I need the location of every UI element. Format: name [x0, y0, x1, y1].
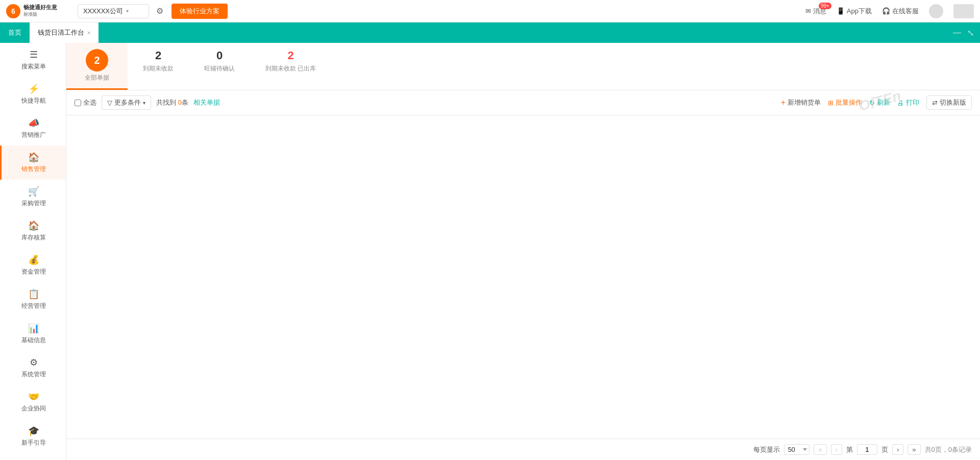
plus-icon: +: [781, 98, 786, 107]
stat-tab-all[interactable]: 2 全部单据: [66, 43, 128, 90]
switch-icon: ⇄: [932, 99, 938, 107]
search-menu-icon: ☰: [30, 49, 38, 60]
stat-tab-overdue-unpaid[interactable]: 2 到期未收款: [128, 43, 189, 90]
table-area: [66, 115, 980, 439]
stat-tab-wangpu-pending[interactable]: 0 旺辅待确认: [189, 43, 250, 90]
related-bills-link[interactable]: 相关单据: [193, 98, 220, 107]
new-sale-bill-btn[interactable]: + 新增销货单: [781, 98, 821, 107]
batch-ops-icon: ⊞: [828, 99, 834, 107]
sidebar-label-basic-info: 基础信息: [21, 336, 46, 345]
sidebar-item-operations[interactable]: 📋 经营管理: [0, 282, 66, 317]
per-page-select[interactable]: 50 20 100: [784, 444, 810, 455]
header-right: ✉ 消息 99+ 📱 App下载 🎧 在线客服: [805, 4, 974, 18]
logo: 6 畅捷通好生意 标准版: [6, 4, 72, 18]
system-icon: ⚙: [30, 357, 38, 368]
refresh-label: 刷新: [877, 98, 890, 107]
select-all-checkbox[interactable]: [75, 100, 81, 106]
sidebar-item-system[interactable]: ⚙ 系统管理: [0, 351, 66, 385]
main-layout: ☰ 搜索菜单 ⚡ 快捷导航 📣 营销推广 🏠 销售管理 🛒 采购管理 🏠 库存核…: [0, 43, 980, 460]
sidebar: ☰ 搜索菜单 ⚡ 快捷导航 📣 营销推广 🏠 销售管理 🛒 采购管理 🏠 库存核…: [0, 43, 66, 460]
tab-money-goods[interactable]: 钱货日清工作台 ×: [30, 22, 99, 43]
stats-bar: 2 全部单据 2 到期未收款 0 旺辅待确认 2 到期未收款 已出库: [66, 43, 980, 90]
toolbar-left: 全选 ▽ 更多条件 ▾ 共找到 0条 相关单据: [75, 95, 220, 110]
messages-badge: 99+: [819, 3, 831, 9]
found-text: 共找到 0条: [156, 98, 188, 107]
more-filters-btn[interactable]: ▽ 更多条件 ▾: [102, 95, 151, 110]
pagination-bar: 每页显示 50 20 100 « ‹ 第 页 › » 共0页，0条记录: [66, 439, 980, 460]
settings-icon[interactable]: ⚙: [154, 4, 165, 18]
sidebar-item-newbie-guide[interactable]: 🎓 新手引导: [0, 419, 66, 453]
company-name: XXXXXX公司: [83, 7, 123, 16]
sidebar-item-capital[interactable]: 💰 资金管理: [0, 248, 66, 282]
purchase-icon: 🛒: [28, 186, 39, 197]
toolbar: 全选 ▽ 更多条件 ▾ 共找到 0条 相关单据 + 新增销货单 ⊞: [66, 90, 980, 115]
sidebar-label-quick-nav: 快捷导航: [21, 96, 46, 105]
logo-text-block: 畅捷通好生意 标准版: [23, 4, 57, 17]
refresh-icon: ↻: [869, 99, 875, 107]
stat-tab-overdue-unshipped[interactable]: 2 到期未收款 已出库: [250, 43, 331, 90]
found-count: 0: [178, 99, 182, 106]
page-input[interactable]: [857, 444, 877, 455]
stat-label-all: 全部单据: [85, 74, 109, 82]
online-service-label: 在线客服: [892, 7, 919, 16]
stat-num-wangpu-pending: 0: [216, 49, 223, 62]
sidebar-item-sales[interactable]: 🏠 销售管理: [0, 146, 66, 180]
user-name-placeholder: [953, 4, 974, 18]
enterprise-collab-icon: 🤝: [28, 391, 39, 402]
print-btn[interactable]: 🖨 打印: [897, 98, 919, 107]
nav-tabs: 首页 钱货日清工作台 × — ⤡: [0, 22, 980, 43]
select-all-label[interactable]: 全选: [75, 98, 96, 107]
next-page-btn[interactable]: ›: [892, 444, 903, 455]
sidebar-label-sales: 销售管理: [21, 165, 46, 174]
switch-new-btn[interactable]: ⇄ 切换新版: [926, 95, 972, 110]
company-selector[interactable]: XXXXXX公司 ▾: [78, 4, 149, 18]
app-download-item[interactable]: 📱 App下载: [837, 7, 872, 16]
total-info: 共0页，0条记录: [925, 445, 972, 454]
sidebar-label-newbie-guide: 新手引导: [21, 439, 46, 447]
sidebar-label-enterprise-collab: 企业协同: [21, 404, 46, 413]
print-icon: 🖨: [897, 99, 904, 107]
sidebar-label-operations: 经营管理: [21, 302, 46, 310]
messages-item[interactable]: ✉ 消息 99+: [805, 7, 826, 16]
page-label-prefix: 第: [846, 445, 853, 454]
stat-label-overdue-unpaid: 到期未收款: [143, 64, 174, 73]
app-badge: 标准版: [23, 11, 57, 18]
sidebar-item-quick-nav[interactable]: ⚡ 快捷导航: [0, 77, 66, 111]
sidebar-item-search-menu[interactable]: ☰ 搜索菜单: [0, 43, 66, 77]
user-avatar[interactable]: [929, 4, 943, 18]
phone-icon: 📱: [837, 7, 845, 15]
batch-ops-btn[interactable]: ⊞ 批量操作: [828, 98, 862, 107]
last-page-btn[interactable]: »: [908, 444, 920, 455]
sidebar-item-marketing[interactable]: 📣 营销推广: [0, 111, 66, 146]
online-service-item[interactable]: 🎧 在线客服: [882, 7, 919, 16]
maximize-icon[interactable]: ⤡: [967, 28, 974, 38]
prev-page-btn[interactable]: ‹: [831, 444, 842, 455]
capital-icon: 💰: [28, 254, 39, 265]
batch-ops-label: 批量操作: [836, 98, 862, 107]
tab-close-icon[interactable]: ×: [87, 30, 90, 36]
print-label: 打印: [906, 98, 919, 107]
tab-home[interactable]: 首页: [0, 22, 30, 43]
tab-money-goods-label: 钱货日清工作台: [38, 28, 84, 37]
filter-icon: ▽: [107, 99, 112, 107]
sidebar-label-purchase: 采购管理: [21, 199, 46, 208]
sidebar-item-basic-info[interactable]: 📊 基础信息: [0, 317, 66, 351]
sidebar-item-app-center[interactable]: 🛍 应用中心: [0, 453, 66, 460]
sidebar-label-search-menu: 搜索菜单: [21, 62, 46, 71]
first-page-btn[interactable]: «: [814, 444, 826, 455]
more-filters-label: 更多条件: [114, 98, 141, 107]
trial-button[interactable]: 体验行业方案: [172, 4, 228, 19]
sidebar-item-inventory[interactable]: 🏠 库存核算: [0, 214, 66, 248]
sidebar-label-capital: 资金管理: [21, 268, 46, 276]
filter-chevron-icon: ▾: [143, 100, 145, 106]
sidebar-item-purchase[interactable]: 🛒 采购管理: [0, 180, 66, 214]
refresh-btn[interactable]: ↻ 刷新: [869, 98, 890, 107]
sidebar-label-system: 系统管理: [21, 370, 46, 379]
sidebar-label-inventory: 库存核算: [21, 233, 46, 242]
tab-home-label: 首页: [8, 28, 21, 37]
sidebar-item-enterprise-collab[interactable]: 🤝 企业协同: [0, 385, 66, 419]
nav-tabs-spacer: [99, 22, 947, 43]
newbie-guide-icon: 🎓: [28, 425, 39, 437]
minimize-icon[interactable]: —: [953, 28, 961, 37]
operations-icon: 📋: [28, 288, 39, 300]
